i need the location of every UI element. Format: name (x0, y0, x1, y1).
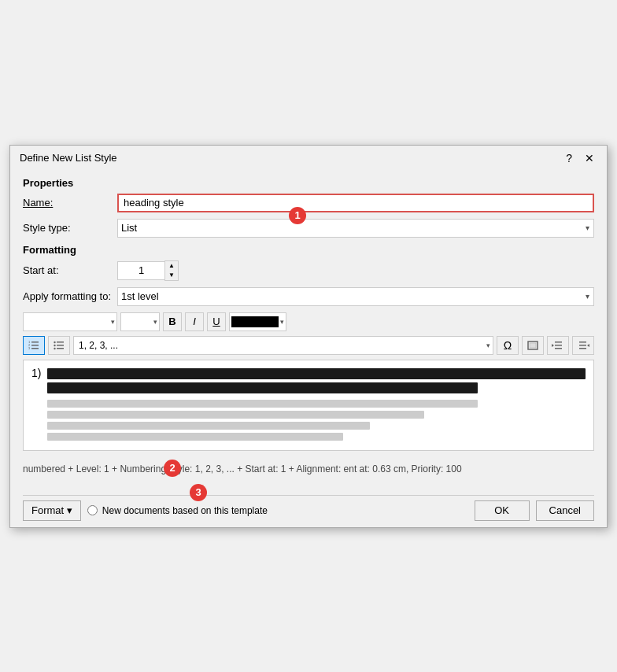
bottom-section: numbered + Level: 1 + Numbering Style: 1… (10, 463, 607, 527)
start-at-row: Start at: ▲ ▼ (23, 260, 594, 281)
apply-to-row: Apply formatting to: 1st level (23, 287, 594, 306)
name-label: Name: (23, 197, 117, 209)
preview-bar-thin-1 (47, 400, 478, 408)
properties-section-label: Properties (23, 177, 594, 189)
close-button[interactable]: ✕ (582, 152, 597, 164)
increase-indent-button[interactable] (572, 336, 594, 355)
formatting-section: Formatting Start at: ▲ ▼ Apply formattin… (23, 244, 594, 451)
font-select[interactable] (23, 312, 117, 331)
new-doc-radio[interactable] (87, 505, 98, 515)
svg-rect-2 (31, 348, 39, 349)
bottom-right: OK Cancel (475, 500, 594, 521)
apply-to-select[interactable]: 1st level (117, 287, 594, 306)
annotation-1: 1 (289, 207, 306, 224)
svg-rect-14 (555, 342, 562, 343)
annotation-3: 3 (190, 484, 207, 501)
dialog-define-new-list-style: Define New List Style ? ✕ Properties Nam… (9, 145, 608, 528)
format-button-label: Format ▾ (31, 504, 72, 516)
svg-marker-17 (552, 344, 554, 347)
title-bar: Define New List Style ? ✕ (10, 146, 607, 169)
font-select-wrapper (23, 312, 117, 331)
numbering-select[interactable]: 1, 2, 3, ... (73, 336, 493, 355)
style-type-select[interactable]: List (117, 219, 594, 238)
svg-rect-8 (57, 348, 64, 349)
name-input[interactable] (117, 194, 594, 212)
frame-icon (526, 340, 539, 351)
dialog-body: Properties Name: Style type: List Format… (10, 169, 607, 463)
dialog-title: Define New List Style (20, 152, 117, 164)
formatting-toolbar-row2: 1 2 3 (23, 336, 594, 355)
formatting-label: Formatting (23, 244, 594, 256)
chevron-down-icon: ▾ (280, 318, 284, 326)
start-at-label: Start at: (23, 264, 117, 276)
ordered-list-icon: 1 2 3 (28, 339, 40, 352)
frame-button[interactable] (522, 336, 544, 355)
size-select-wrapper (120, 312, 160, 331)
apply-to-label: Apply formatting to: (23, 290, 117, 302)
start-at-input[interactable] (117, 261, 164, 280)
numbering-select-wrapper: 1, 2, 3, ... (73, 336, 493, 355)
decrease-indent-icon (552, 340, 564, 351)
preview-number: 1) (31, 367, 41, 379)
format-button[interactable]: Format ▾ (23, 500, 81, 521)
svg-point-9 (54, 341, 55, 342)
svg-point-11 (54, 347, 55, 349)
style-type-row: Style type: List (23, 219, 594, 238)
color-swatch (231, 316, 279, 327)
svg-rect-15 (555, 345, 562, 346)
increase-indent-icon (577, 340, 589, 351)
unordered-list-button[interactable] (48, 336, 70, 355)
svg-marker-21 (587, 344, 589, 347)
ok-button[interactable]: OK (475, 500, 530, 521)
omega-icon: Ω (504, 339, 512, 352)
spinbox-buttons: ▲ ▼ (164, 260, 179, 281)
omega-button[interactable]: Ω (497, 336, 519, 355)
svg-rect-20 (579, 348, 586, 349)
svg-rect-19 (579, 345, 586, 346)
size-select[interactable] (120, 312, 160, 331)
underline-button[interactable]: U (207, 312, 226, 331)
preview-bar-thin-2 (47, 411, 424, 419)
svg-text:3: 3 (28, 346, 31, 350)
preview-bar-1 (47, 368, 586, 379)
bold-button[interactable]: B (163, 312, 182, 331)
preview-bar-thin-3 (47, 422, 370, 430)
bottom-left: Format ▾ New documents based on this tem… (23, 500, 268, 521)
start-at-spinbox: ▲ ▼ (117, 260, 179, 281)
description-text: numbered + Level: 1 + Numbering Style: 1… (23, 463, 594, 492)
style-type-select-wrapper: List (117, 219, 594, 238)
svg-rect-7 (57, 345, 64, 346)
bottom-row: Format ▾ New documents based on this tem… (23, 495, 594, 521)
name-row: Name: (23, 194, 594, 212)
svg-rect-6 (57, 342, 64, 343)
new-doc-label: New documents based on this template (87, 505, 268, 516)
formatting-toolbar-row1: B I U ▾ (23, 312, 594, 331)
italic-button[interactable]: I (185, 312, 204, 331)
help-button[interactable]: ? (563, 152, 575, 164)
decrease-indent-button[interactable] (547, 336, 569, 355)
font-color-button[interactable]: ▾ (229, 312, 286, 331)
unordered-list-icon (53, 339, 65, 352)
svg-point-10 (54, 344, 55, 345)
title-bar-controls: ? ✕ (563, 152, 597, 164)
preview-bar-thin-4 (47, 433, 343, 441)
spinbox-down-button[interactable]: ▼ (165, 271, 178, 280)
preview-box: 1) Font... Paragraph... Tabs... (23, 360, 594, 451)
svg-rect-18 (579, 342, 586, 343)
style-type-label: Style type: (23, 222, 117, 234)
svg-rect-13 (530, 343, 536, 348)
annotation-2: 2 (164, 460, 181, 477)
cancel-button[interactable]: Cancel (536, 500, 594, 521)
preview-bar-2 (47, 382, 478, 393)
svg-rect-0 (31, 342, 39, 343)
spinbox-up-button[interactable]: ▲ (165, 261, 178, 271)
ordered-list-button[interactable]: 1 2 3 (23, 336, 45, 355)
apply-to-select-wrapper: 1st level (117, 287, 594, 306)
svg-rect-16 (555, 348, 562, 349)
svg-rect-1 (31, 345, 39, 346)
